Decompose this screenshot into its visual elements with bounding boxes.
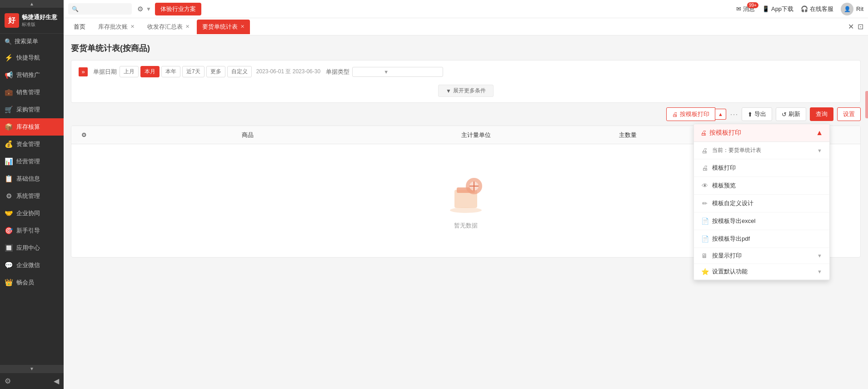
sidebar-item-inventory[interactable]: 📦 库存核算 <box>0 118 64 136</box>
export-excel-label: 按模板导出excel <box>712 217 755 225</box>
empty-text: 暂无数据 <box>454 222 478 230</box>
dropdown-section-display-print[interactable]: 🖥 按显示打印 ▼ <box>694 248 829 264</box>
sidebar-item-purchase[interactable]: 🛒 采购管理 <box>0 101 64 118</box>
sidebar-item-marketing[interactable]: 📢 营销推广 <box>0 66 64 84</box>
print-icon: 🖨 <box>672 111 678 118</box>
prev-month-btn[interactable]: 上月 <box>120 66 139 77</box>
topbar-dropdown-icon[interactable]: ▼ <box>146 6 151 12</box>
current-year-btn[interactable]: 本年 <box>161 66 180 77</box>
sidebar-item-finance[interactable]: 💰 资金管理 <box>0 136 64 153</box>
user-avatar: 👤 <box>841 3 853 15</box>
sidebar-item-label: 资金管理 <box>16 140 40 148</box>
tab-close-icon[interactable]: ✕ <box>240 24 244 30</box>
query-btn[interactable]: 查询 <box>810 107 833 121</box>
more-actions-icon[interactable]: ⋯ <box>730 109 738 119</box>
current-month-btn[interactable]: 本月 <box>140 66 160 77</box>
current-item-icon: 🖨 <box>701 147 708 154</box>
sidebar-item-guide[interactable]: 🎯 新手引导 <box>0 222 64 239</box>
export-icon: ⬆ <box>748 111 753 118</box>
user-info[interactable]: 👤 Rit <box>841 3 863 15</box>
col-unit-header: 主计量单位 <box>400 131 552 139</box>
topbar-search-box[interactable]: 🔍 <box>68 3 132 15</box>
sidebar-item-label: 采购管理 <box>16 106 40 114</box>
page-title: 要货单统计表(按商品) <box>71 43 861 54</box>
dropdown-item-export-excel[interactable]: 📄 按模板导出excel <box>694 212 829 230</box>
sidebar-item-apps[interactable]: 🔲 应用中心 <box>0 239 64 257</box>
more-date-btn[interactable]: 更多 <box>206 66 225 77</box>
sidebar-item-cooperation[interactable]: 🤝 企业协同 <box>0 205 64 222</box>
display-print-arrow: ▼ <box>817 253 822 258</box>
tab-close-icon[interactable]: ✕ <box>185 24 190 30</box>
dropdown-item-template-print[interactable]: 🖨 模板打印 <box>694 159 829 177</box>
custom-date-btn[interactable]: 自定义 <box>227 66 252 77</box>
print-template-btn[interactable]: 🖨 按模板打印 <box>666 107 715 121</box>
tab-close-icon[interactable]: ✕ <box>130 24 135 30</box>
sidebar-scroll-up[interactable]: ▲ <box>0 0 64 8</box>
sidebar-search[interactable]: 🔍 搜索菜单 <box>0 34 64 49</box>
sidebar-item-label: 畅会员 <box>16 278 34 287</box>
dropdown-item-template-custom[interactable]: ✏ 模板自定义设计 <box>694 195 829 212</box>
sidebar-item-member[interactable]: 👑 畅会员 <box>0 274 64 291</box>
print-dropdown-btn[interactable]: ▲ <box>715 109 726 120</box>
sidebar-item-label: 系统管理 <box>16 192 40 200</box>
sidebar-item-operations[interactable]: 📊 经营管理 <box>0 153 64 170</box>
display-print-icon: 🖥 <box>701 252 708 259</box>
avatar-placeholder: 👤 <box>844 6 851 12</box>
dropdown-section-set-default[interactable]: ⭐ 设置默认功能 ▼ <box>694 264 829 280</box>
tab-inventory-batch[interactable]: 库存批次账 ✕ <box>93 20 140 34</box>
sidebar: ▲ 好 畅捷通好生意 标准版 🔍 搜索菜单 ⚡ 快捷导航 📢 营销推广 💼 销售… <box>0 0 64 389</box>
tab-home[interactable]: 首页 <box>68 20 91 34</box>
sidebar-item-sales[interactable]: 💼 销售管理 <box>0 84 64 101</box>
dropdown-item-template-preview[interactable]: 👁 模板预览 <box>694 177 829 195</box>
operations-icon: 📊 <box>5 157 13 166</box>
export-btn[interactable]: ⬆ 导出 <box>742 107 772 121</box>
tab-expand-icon[interactable]: ⊡ <box>858 22 863 31</box>
tab-receivable-summary[interactable]: 收发存汇总表 ✕ <box>142 20 195 34</box>
app-logo-icon: 好 <box>5 13 19 28</box>
tab-close-all-icon[interactable]: ✕ <box>848 22 854 31</box>
print-dropdown-close-icon[interactable]: ▲ <box>816 129 823 137</box>
message-btn[interactable]: ✉ 消息 99+ <box>736 5 755 13</box>
collapse-icon[interactable]: ◀ <box>54 377 59 385</box>
sidebar-item-label: 营销推广 <box>16 71 40 79</box>
doc-type-select[interactable]: ▼ <box>352 67 443 77</box>
expand-more-btn[interactable]: ▼ 展开更多条件 <box>438 85 494 97</box>
last-7-days-btn[interactable]: 近7天 <box>182 66 205 77</box>
settings-btn[interactable]: 设置 <box>837 107 861 121</box>
experience-btn[interactable]: 体验行业方案 <box>155 3 201 15</box>
sidebar-item-label: 基础信息 <box>16 175 40 183</box>
settings-icon[interactable]: ⚙ <box>5 377 11 385</box>
sidebar-item-basic[interactable]: 📋 基础信息 <box>0 170 64 187</box>
user-name: Rit <box>856 5 863 12</box>
sidebar-item-wechat[interactable]: 💬 企业微信 <box>0 257 64 274</box>
sidebar-scroll-down[interactable]: ▼ <box>0 365 64 373</box>
topbar-search-text <box>80 5 102 13</box>
filter-bar: » 单据日期 上月 本月 本年 近7天 更多 自定义 2023-06-01 至 … <box>71 60 861 103</box>
inventory-icon: 📦 <box>5 123 13 131</box>
topbar-gear-icon[interactable]: ⚙ <box>137 5 143 13</box>
date-filter-group: 单据日期 上月 本月 本年 近7天 更多 自定义 2023-06-01 至 20… <box>93 66 320 77</box>
template-print-label: 模板打印 <box>712 164 736 172</box>
refresh-btn[interactable]: ↺ 刷新 <box>776 107 806 121</box>
print-dropdown-title-icon: 🖨 <box>700 129 707 136</box>
set-default-arrow: ▼ <box>817 269 822 274</box>
main-content: 🔍 ⚙ ▼ 体验行业方案 ✉ 消息 99+ 📱 App下载 🎧 在线客服 <box>64 0 868 389</box>
marketing-icon: 📢 <box>5 71 13 79</box>
sidebar-bottom: ⚙ ◀ <box>0 373 64 389</box>
col-settings-header[interactable]: ⚙ <box>76 131 92 138</box>
app-download-btn[interactable]: 📱 App下载 <box>762 5 793 13</box>
export-excel-icon: 📄 <box>701 217 708 225</box>
quick-nav-icon: ⚡ <box>5 54 13 62</box>
refresh-label: 刷新 <box>788 110 800 118</box>
sidebar-item-quick-nav[interactable]: ⚡ 快捷导航 <box>0 49 64 66</box>
online-service-btn[interactable]: 🎧 在线客服 <box>801 5 833 13</box>
sidebar-item-label: 销售管理 <box>16 88 40 96</box>
expand-label: 展开更多条件 <box>453 87 486 95</box>
filter-toggle-btn[interactable]: » <box>79 67 88 76</box>
resize-handle[interactable] <box>865 91 868 118</box>
dropdown-item-export-pdf[interactable]: 📄 按模板导出pdf <box>694 230 829 248</box>
tab-order-stats[interactable]: 要货单统计表 ✕ <box>197 20 250 34</box>
sidebar-item-system[interactable]: ⚙ 系统管理 <box>0 187 64 205</box>
template-custom-icon: ✏ <box>701 200 708 207</box>
topbar-right: ✉ 消息 99+ 📱 App下载 🎧 在线客服 👤 Rit <box>736 3 863 15</box>
